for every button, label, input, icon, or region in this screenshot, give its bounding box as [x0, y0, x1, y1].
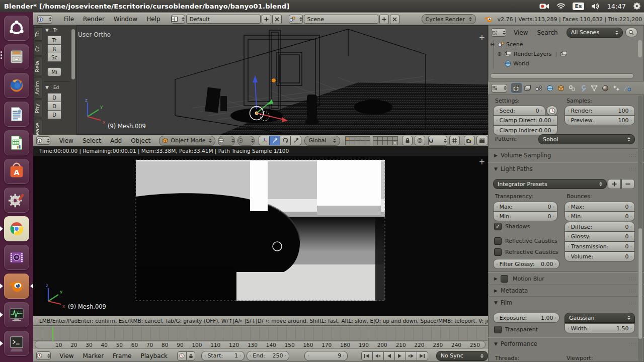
tool-shelf-tab[interactable]: To	[33, 27, 42, 41]
transparency-max-field[interactable]: ‹Max:0›	[493, 202, 557, 212]
editor-type-button-outliner[interactable]	[491, 28, 506, 37]
play-button[interactable]	[394, 351, 406, 360]
pattern-selector[interactable]: Sobol	[538, 134, 635, 144]
tool-shelf-tab[interactable]: Cr	[33, 42, 42, 56]
pivot-point-selector[interactable]	[237, 136, 255, 146]
scene-icon[interactable]	[289, 15, 303, 24]
viewport-menu-item[interactable]: Object	[126, 137, 155, 144]
exposure-field[interactable]: ‹Exposure:1.00›	[493, 313, 559, 323]
renderlayer-badge-icon[interactable]	[560, 51, 568, 57]
outliner-row-renderlayers[interactable]: ⊕ RenderLayers |	[497, 49, 568, 58]
tab-scene[interactable]	[533, 83, 544, 93]
render-engine-selector[interactable]: Cycles Render	[422, 14, 476, 24]
add-preset-button[interactable]	[608, 179, 621, 189]
viewport-menu-item[interactable]: Add	[106, 137, 126, 144]
shelf-button[interactable]: D	[47, 93, 61, 102]
samples-preview-field[interactable]: ‹Preview:100›	[565, 115, 635, 125]
reflective-caustics-checkbox[interactable]: Reflective Caustics	[494, 237, 557, 245]
viewport-menu-item[interactable]: View	[54, 137, 77, 144]
dock-item-system-settings[interactable]	[4, 188, 29, 213]
samples-render-field[interactable]: ‹Render:100›	[565, 106, 635, 116]
render-viewport[interactable]: Time:00:00.00 | Remaining:00:00.01 | Mem…	[33, 146, 488, 316]
clamp-indirect-field[interactable]: ‹Clamp Indirec:0.00›	[493, 125, 557, 135]
dock-item-files[interactable]	[4, 44, 29, 69]
film-filter-selector[interactable]: Gaussian	[565, 313, 635, 323]
layers-widget[interactable]	[345, 136, 398, 145]
clock[interactable]: 14:47	[607, 3, 626, 10]
info-menu-item[interactable]: Window	[109, 16, 142, 23]
mode-selector[interactable]: Object Mode	[159, 136, 215, 146]
remove-preset-button[interactable]	[621, 179, 634, 189]
tool-shelf-tab[interactable]: Phy	[33, 100, 42, 117]
editor-type-button-properties[interactable]	[491, 84, 507, 93]
tab-particles[interactable]	[611, 83, 621, 93]
section-metadata[interactable]: ▶Metadata	[494, 286, 528, 295]
refractive-caustics-checkbox[interactable]: Refractive Caustics	[494, 248, 558, 256]
tab-render-layers[interactable]	[522, 83, 533, 93]
section-performance[interactable]: ▼Performance	[494, 339, 537, 348]
outliner-filter-selector[interactable]: All Scenes	[567, 28, 623, 38]
dock-item-chrome[interactable]	[4, 216, 29, 241]
current-frame-field[interactable]: ‹9›	[304, 351, 348, 361]
outliner-menu-item[interactable]: View	[509, 29, 532, 36]
dock-item-firefox[interactable]	[4, 73, 29, 98]
screen-record-icon[interactable]	[539, 3, 549, 10]
tab-modifiers[interactable]	[578, 83, 588, 93]
section-light-paths[interactable]: ▼Light Paths	[494, 164, 533, 173]
sync-mode-selector[interactable]: No Sync	[436, 351, 488, 361]
outliner-row-world[interactable]: World	[497, 59, 529, 68]
shadows-checkbox[interactable]: ✓Shadows	[494, 223, 530, 230]
region-expand-icon[interactable]: +	[478, 158, 485, 166]
region-expand-icon[interactable]: +	[478, 34, 485, 42]
search-icon[interactable]	[625, 28, 637, 37]
bounces-max-field[interactable]: ‹Max:0›	[565, 202, 635, 212]
jump-next-keyframe-button[interactable]	[406, 351, 417, 360]
collapse-icon[interactable]: ⊖	[490, 41, 497, 48]
manipulator-translate-button[interactable]	[269, 136, 280, 145]
properties-scrollbar-track[interactable]	[638, 96, 642, 361]
shelf-button[interactable]: R	[47, 44, 61, 53]
play-reverse-button[interactable]	[383, 351, 395, 360]
seed-field[interactable]: ‹Seed:0›	[493, 106, 545, 116]
tab-constraints[interactable]	[567, 83, 577, 93]
outliner-hscrollbar[interactable]	[490, 73, 634, 78]
snap-element-icon[interactable]	[449, 136, 460, 145]
editor-type-button-timeline[interactable]	[36, 351, 51, 360]
info-menu-item[interactable]: File	[59, 16, 78, 23]
transparency-min-field[interactable]: ‹Min:0›	[493, 211, 557, 221]
section-film[interactable]: ▼Film	[494, 298, 512, 307]
timeline-scrollbar[interactable]: 1020304050607080901001101201301401501601…	[35, 341, 486, 348]
dock-item-libreoffice-calc[interactable]	[4, 130, 29, 155]
bounces-transmission-field[interactable]: ‹Transmission:0›	[565, 241, 635, 251]
section-motion-blur[interactable]: ▶Motion Blur	[494, 274, 544, 283]
info-menu-item[interactable]: Help	[142, 16, 165, 23]
keyboard-layout-indicator[interactable]: Es	[573, 3, 584, 10]
tab-world[interactable]	[544, 83, 555, 93]
use-preview-range-icon[interactable]	[177, 351, 187, 360]
bounces-volume-field[interactable]: ‹Volume:0›	[565, 251, 635, 261]
properties-scrollbar-thumb[interactable]	[638, 228, 642, 339]
lock-time-icon[interactable]	[186, 351, 195, 360]
bounces-min-field[interactable]: ‹Min:0›	[565, 211, 635, 221]
dock-item-software-center[interactable]: A	[4, 159, 29, 184]
volume-icon[interactable]	[591, 3, 600, 10]
frame-end-field[interactable]: ‹End:250›	[247, 351, 290, 361]
dock-item-ubuntu[interactable]	[4, 16, 29, 41]
jump-prev-keyframe-button[interactable]	[372, 351, 384, 360]
shelf-button[interactable]: D	[47, 110, 61, 119]
delete-layout-button[interactable]	[272, 15, 282, 24]
dock-item-screen-recorder[interactable]	[4, 245, 29, 270]
filter-glossy-field[interactable]: ‹Filter Glossy:0.00›	[493, 259, 559, 269]
snap-selector[interactable]	[428, 136, 447, 146]
transparent-checkbox[interactable]: Transparent	[494, 326, 538, 333]
viewport-menu-item[interactable]: Select	[78, 137, 106, 144]
dock-item-system-monitor[interactable]	[4, 302, 29, 327]
timeline-menu-item[interactable]: Playback	[136, 352, 172, 359]
tab-material[interactable]	[600, 83, 610, 93]
screen-layout-selector[interactable]: Default	[186, 15, 261, 24]
clamp-direct-field[interactable]: ‹Clamp Direct:0.00›	[493, 115, 557, 125]
lock-to-scene-icon[interactable]	[402, 136, 413, 145]
outliner-menu-item[interactable]: Search	[532, 29, 562, 36]
dock-item-libreoffice-writer[interactable]	[4, 102, 29, 127]
opengl-render-animation-icon[interactable]	[476, 136, 488, 145]
